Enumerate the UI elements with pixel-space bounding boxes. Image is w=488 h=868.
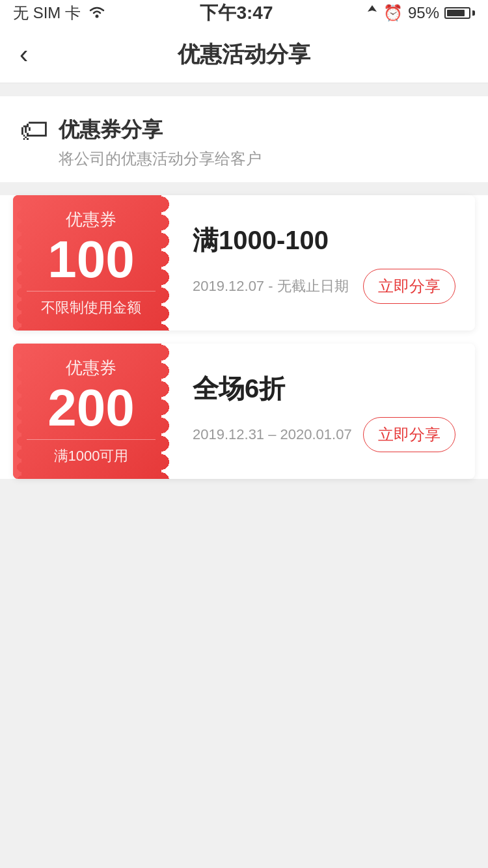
share-button-2[interactable]: 立即分享	[363, 417, 455, 452]
coupon-name-2: 全场6折	[193, 371, 455, 407]
section-header: 🏷 优惠券分享 将公司的优惠活动分享给客户	[0, 96, 488, 182]
coupon-amount-2: 200	[47, 382, 134, 434]
wifi-icon	[87, 4, 107, 22]
coupon-condition-2: 满1000可用	[27, 439, 156, 466]
nav-bar: ‹ 优惠活动分享	[0, 26, 488, 83]
coupon-bottom-1: 2019.12.07 - 无截止日期 立即分享	[193, 269, 455, 304]
coupon-label-2: 优惠券	[66, 357, 116, 379]
coupon-date-1: 2019.12.07 - 无截止日期	[193, 277, 349, 296]
coupon-condition-1: 不限制使用金额	[27, 291, 156, 318]
section-title: 优惠券分享	[59, 116, 262, 144]
bottom-empty-area	[0, 492, 488, 817]
alarm-icon: ⏰	[383, 4, 403, 22]
status-bar: 无 SIM 卡 下午3:47 ⏰ 95%	[0, 0, 488, 26]
battery-percent: 95%	[408, 4, 439, 22]
coupon-right-2: 全场6折 2019.12.31 – 2020.01.07 立即分享	[169, 344, 475, 479]
coupons-list: 优惠券 100 不限制使用金额 满1000-100 2019.12.07 - 无…	[0, 195, 488, 479]
coupon-amount-1: 100	[47, 234, 134, 286]
status-right: ⏰ 95%	[366, 4, 475, 22]
location-icon	[366, 4, 378, 22]
page-title: 优惠活动分享	[178, 40, 310, 70]
section-subtitle: 将公司的优惠活动分享给客户	[59, 148, 262, 169]
coupon-date-2: 2019.12.31 – 2020.01.07	[193, 426, 352, 443]
svg-marker-1	[368, 5, 377, 12]
coupon-card-2: 优惠券 200 满1000可用 全场6折 2019.12.31 – 2020.0…	[13, 344, 475, 479]
coupon-left-1: 优惠券 100 不限制使用金额	[13, 195, 169, 331]
coupon-label-1: 优惠券	[66, 208, 116, 231]
section-text: 优惠券分享 将公司的优惠活动分享给客户	[59, 116, 262, 169]
coupon-bottom-2: 2019.12.31 – 2020.01.07 立即分享	[193, 417, 455, 452]
coupon-section-icon: 🏷	[20, 116, 48, 144]
status-left: 无 SIM 卡	[13, 3, 107, 23]
svg-point-0	[96, 15, 99, 18]
coupon-card-1: 优惠券 100 不限制使用金额 满1000-100 2019.12.07 - 无…	[13, 195, 475, 331]
coupon-name-1: 满1000-100	[193, 223, 455, 258]
back-button[interactable]: ‹	[20, 40, 28, 69]
battery-icon	[444, 7, 475, 19]
status-time: 下午3:47	[200, 1, 273, 25]
coupon-right-1: 满1000-100 2019.12.07 - 无截止日期 立即分享	[169, 195, 475, 331]
sim-label: 无 SIM 卡	[13, 3, 81, 23]
share-button-1[interactable]: 立即分享	[363, 269, 455, 304]
coupon-left-2: 优惠券 200 满1000可用	[13, 344, 169, 479]
